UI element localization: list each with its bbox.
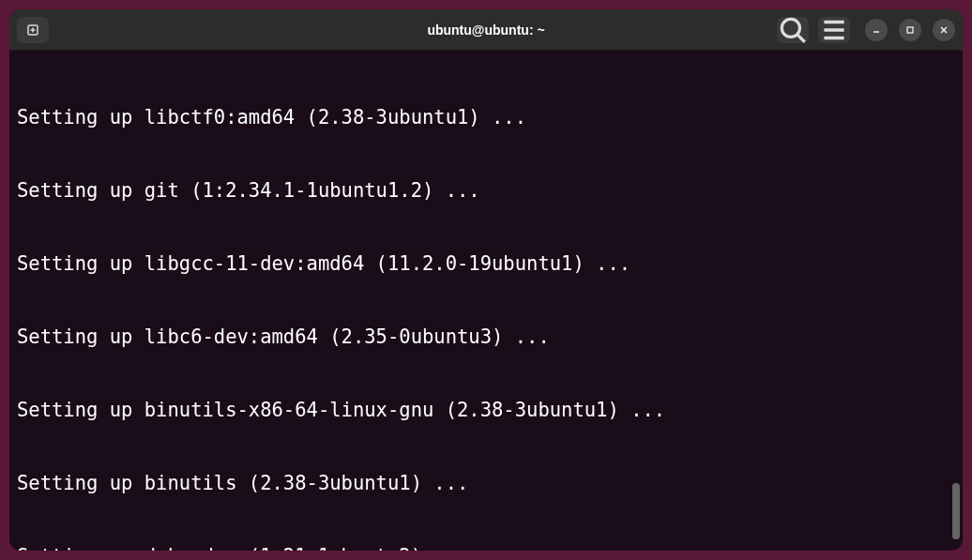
titlebar-right [777, 17, 955, 43]
scrollbar-thumb[interactable] [952, 483, 960, 539]
window-title: ubuntu@ubuntu: ~ [427, 23, 544, 38]
search-icon [777, 14, 809, 46]
output-line: Setting up git (1:2.34.1-1ubuntu1.2) ... [17, 178, 955, 203]
menu-button[interactable] [818, 17, 850, 43]
svg-rect-9 [907, 27, 913, 33]
output-line: Setting up libgcc-11-dev:amd64 (11.2.0-1… [17, 251, 955, 276]
titlebar: ubuntu@ubuntu: ~ [9, 9, 963, 51]
output-line: Setting up dpkg-dev (1.21.1ubuntu2) ... [17, 544, 955, 551]
minimize-icon [872, 25, 881, 35]
window-controls [865, 19, 955, 41]
output-line: Setting up libctf0:amd64 (2.38-3ubuntu1)… [17, 105, 955, 129]
terminal-content[interactable]: Setting up libctf0:amd64 (2.38-3ubuntu1)… [9, 51, 963, 551]
minimize-button[interactable] [865, 19, 888, 41]
svg-line-4 [797, 35, 804, 41]
hamburger-icon [818, 14, 850, 46]
maximize-icon [905, 25, 915, 35]
search-button[interactable] [777, 17, 809, 43]
output-line: Setting up binutils-x86-64-linux-gnu (2.… [17, 398, 955, 422]
maximize-button[interactable] [899, 19, 921, 41]
output-line: Setting up libc6-dev:amd64 (2.35-0ubuntu… [17, 325, 955, 349]
scrollbar-track [952, 66, 960, 539]
new-tab-icon [25, 23, 40, 38]
svg-point-3 [782, 19, 799, 37]
new-tab-button[interactable] [17, 17, 49, 43]
terminal-window: ubuntu@ubuntu: ~ [9, 9, 963, 551]
titlebar-left [17, 17, 49, 43]
output-line: Setting up binutils (2.38-3ubuntu1) ... [17, 471, 955, 495]
close-icon [939, 25, 949, 35]
close-button[interactable] [933, 19, 955, 41]
